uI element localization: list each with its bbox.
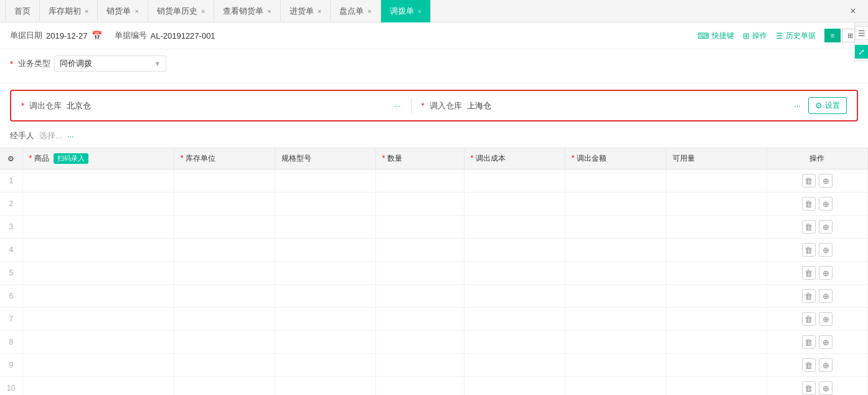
row-cost[interactable] [464, 285, 565, 308]
row-amount[interactable] [565, 262, 666, 285]
copy-row-button[interactable]: ⊕ [819, 220, 833, 234]
sidebar-list-button[interactable]: ☰ [855, 26, 869, 40]
sidebar-expand-button[interactable]: ⤢ [855, 45, 869, 59]
row-avail[interactable] [666, 308, 767, 331]
row-spec[interactable] [275, 331, 375, 354]
tab-sales-history[interactable]: 销货单历史 × [148, 0, 214, 22]
row-amount[interactable] [565, 377, 666, 396]
layout-btn-list[interactable]: ≡ [824, 29, 841, 42]
operations-button[interactable]: ⊞ 操作 [743, 31, 767, 41]
row-product[interactable] [22, 193, 174, 216]
row-cost[interactable] [464, 239, 565, 262]
row-product[interactable] [22, 262, 174, 285]
row-qty[interactable] [375, 216, 464, 239]
tab-inventory-check[interactable]: 盘点单 × [331, 0, 380, 22]
tab-view-sales-close[interactable]: × [267, 7, 271, 15]
row-unit[interactable] [174, 216, 275, 239]
delete-row-button[interactable]: 🗑 [802, 312, 816, 326]
row-unit[interactable] [174, 262, 275, 285]
window-close-button[interactable]: × [843, 0, 863, 22]
tab-purchase-order-close[interactable]: × [318, 7, 321, 15]
row-product[interactable] [22, 239, 174, 262]
row-product[interactable] [22, 169, 174, 193]
business-type-select[interactable]: 同价调拨 ▼ [54, 55, 166, 72]
copy-row-button[interactable]: ⊕ [819, 289, 833, 303]
row-product[interactable] [22, 377, 174, 396]
tab-inventory-init-close[interactable]: × [85, 7, 88, 15]
row-unit[interactable] [174, 354, 275, 377]
row-product[interactable] [22, 308, 174, 331]
delete-row-button[interactable]: 🗑 [802, 358, 816, 372]
row-spec[interactable] [275, 193, 375, 216]
tab-home[interactable]: 首页 [5, 0, 40, 22]
row-qty[interactable] [375, 331, 464, 354]
row-spec[interactable] [275, 239, 375, 262]
row-avail[interactable] [666, 331, 767, 354]
row-cost[interactable] [464, 193, 565, 216]
row-cost[interactable] [464, 377, 565, 396]
row-cost[interactable] [464, 331, 565, 354]
row-avail[interactable] [666, 169, 767, 193]
row-avail[interactable] [666, 239, 767, 262]
tab-sales-order-close[interactable]: × [134, 7, 138, 15]
row-cost[interactable] [464, 354, 565, 377]
tab-transfer-close[interactable]: × [418, 7, 422, 15]
row-unit[interactable] [174, 308, 275, 331]
copy-row-button[interactable]: ⊕ [819, 335, 833, 349]
tab-sales-order[interactable]: 销货单 × [98, 0, 148, 22]
row-spec[interactable] [275, 169, 375, 193]
row-avail[interactable] [666, 216, 767, 239]
row-unit[interactable] [174, 193, 275, 216]
tab-transfer[interactable]: 调拨单 × [381, 0, 431, 22]
row-avail[interactable] [666, 285, 767, 308]
row-amount[interactable] [565, 285, 666, 308]
copy-row-button[interactable]: ⊕ [819, 266, 833, 280]
delete-row-button[interactable]: 🗑 [802, 174, 816, 188]
delete-row-button[interactable]: 🗑 [802, 335, 816, 349]
row-avail[interactable] [666, 262, 767, 285]
row-product[interactable] [22, 354, 174, 377]
row-amount[interactable] [565, 354, 666, 377]
row-amount[interactable] [565, 331, 666, 354]
delete-row-button[interactable]: 🗑 [802, 220, 816, 234]
calendar-icon[interactable]: 📅 [92, 31, 102, 40]
row-amount[interactable] [565, 308, 666, 331]
row-amount[interactable] [565, 193, 666, 216]
warehouse-out-more-icon[interactable]: ··· [394, 101, 401, 110]
tab-purchase-order[interactable]: 进货单 × [281, 0, 331, 22]
tab-sales-history-close[interactable]: × [201, 7, 205, 15]
row-amount[interactable] [565, 239, 666, 262]
row-qty[interactable] [375, 354, 464, 377]
row-unit[interactable] [174, 239, 275, 262]
tab-inventory-init[interactable]: 库存期初 × [40, 0, 98, 22]
copy-row-button[interactable]: ⊕ [819, 243, 833, 257]
row-qty[interactable] [375, 377, 464, 396]
row-product[interactable] [22, 285, 174, 308]
row-cost[interactable] [464, 216, 565, 239]
person-select[interactable]: 选择... [39, 130, 62, 141]
row-spec[interactable] [275, 262, 375, 285]
row-unit[interactable] [174, 285, 275, 308]
copy-row-button[interactable]: ⊕ [819, 358, 833, 372]
row-cost[interactable] [464, 262, 565, 285]
warehouse-in-more-icon[interactable]: ··· [794, 101, 801, 110]
row-spec[interactable] [275, 216, 375, 239]
tab-view-sales[interactable]: 查看销货单 × [214, 0, 280, 22]
delete-row-button[interactable]: 🗑 [802, 381, 816, 395]
copy-row-button[interactable]: ⊕ [819, 312, 833, 326]
th-gear[interactable]: ⚙ [0, 148, 22, 169]
row-avail[interactable] [666, 377, 767, 396]
history-button[interactable]: ☰ 历史单据 [776, 31, 816, 41]
row-qty[interactable] [375, 193, 464, 216]
row-cost[interactable] [464, 308, 565, 331]
shortcuts-button[interactable]: ⌨ 快捷键 [697, 31, 734, 41]
person-more-icon[interactable]: ··· [67, 131, 74, 141]
row-spec[interactable] [275, 285, 375, 308]
scan-button[interactable]: 扫码录入 [54, 153, 88, 164]
row-qty[interactable] [375, 169, 464, 193]
delete-row-button[interactable]: 🗑 [802, 243, 816, 257]
row-unit[interactable] [174, 169, 275, 193]
copy-row-button[interactable]: ⊕ [819, 174, 833, 188]
copy-row-button[interactable]: ⊕ [819, 381, 833, 395]
row-unit[interactable] [174, 331, 275, 354]
